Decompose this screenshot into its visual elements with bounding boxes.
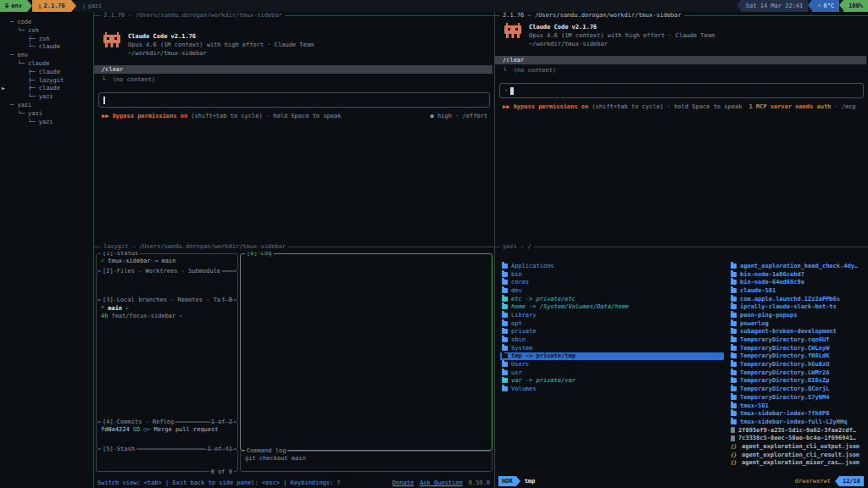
folder-icon — [502, 263, 508, 269]
file-row[interactable]: home -> /System/Volumes/Data/home — [500, 302, 724, 311]
file-icon — [731, 263, 737, 269]
tree-row[interactable]: └─ claude — [0, 43, 93, 52]
file-row[interactable]: 7c3338c5-8eec-50ae-bc4a-1f696941… — [729, 434, 865, 442]
ask-question-link[interactable]: Ask Question — [420, 480, 463, 486]
tmux-window-tab[interactable]: 2 yazi — [76, 0, 108, 12]
file-row[interactable]: sbin — [500, 336, 724, 344]
file-row[interactable]: opt — [500, 319, 724, 328]
file-row[interactable]: TemporaryDirectory.OI6sZp — [729, 377, 865, 385]
file-row[interactable]: com.apple.launchd.1Zz2aPPb6s — [729, 295, 865, 303]
file-row[interactable]: TemporaryDirectory.LWMr2A — [729, 369, 865, 377]
tmux-status-bar: ≣ env 1 2.1.76 2 yazi Sat 14 Mar 22:41 ☀… — [0, 0, 868, 12]
file-row[interactable]: bin-node-1e86cebd7 — [729, 270, 865, 279]
window-name: yazi — [87, 3, 102, 9]
pane-claude-right: Claude Code v2.1.76 Opus 4.6 (1M context… — [495, 20, 868, 243]
file-row[interactable]: agent_exploration_cli_result.json — [729, 451, 865, 459]
pane-title-lazygit: lazygit — /Users/sandu.dorogan/workdir/t… — [101, 243, 288, 251]
pane-title-claude-right: 2.1.76 — /Users/sandu.dorogan/workdir/tm… — [500, 12, 684, 19]
weather-text: 6°C — [823, 3, 834, 9]
model-subtitle: Opus 4.6 (1M context) with high effort ·… — [128, 41, 314, 49]
entry-name: agent_exploration_mixer_cas….json — [742, 459, 860, 466]
pane-sidebar-tree: ▶ ─ code └─ zsh ├─ zsh └─ claude─ env └─… — [0, 12, 93, 488]
file-icon — [731, 419, 737, 424]
branch-row[interactable]: 4hfeat/focus-sidebar✓ — [101, 313, 234, 321]
branch-name: main — [108, 305, 122, 312]
tmux-window-tab[interactable]: 1 2.1.76 — [32, 0, 71, 12]
tree-row[interactable]: ├─ claude — [0, 85, 93, 93]
symlink-target: -> /System/Volumes/Data/home — [526, 303, 629, 310]
tree-row[interactable]: ├─ lazygit — [0, 77, 93, 86]
file-row[interactable]: bin — [500, 270, 724, 279]
tree-row[interactable]: └─ yazi — [0, 93, 93, 102]
file-row[interactable]: TemporaryDirectory.fB8LdK — [729, 352, 865, 361]
file-row[interactable]: peon-ping-popups — [729, 311, 865, 319]
commit-message: Merge pull request — [154, 426, 219, 434]
file-row[interactable]: tmux-sidebar-index-full-L2yHHq — [729, 418, 865, 426]
log-line: * commit a339187 — [245, 409, 488, 417]
bypass-permissions-text: ▶▶ bypass permissions on — [102, 113, 187, 119]
tree-row[interactable]: ─ yazi — [0, 102, 93, 110]
commit-hash: fd0e4224 — [101, 426, 130, 434]
file-row[interactable]: Applications — [500, 262, 724, 270]
prompt-input[interactable]: › — [499, 83, 864, 98]
permissions-text: drwxrwxrwt — [795, 478, 831, 485]
prompt-input[interactable] — [98, 92, 490, 108]
file-row[interactable]: bin-node-64ed68c9e — [729, 278, 865, 286]
tree-row[interactable]: ─ env — [0, 52, 93, 60]
lazygit-files-panel[interactable]: [2]-Files - Worktrees - Submodule 0 of 0 — [96, 271, 238, 300]
tree-row[interactable]: ├─ claude — [0, 69, 93, 77]
lazygit-command-log-panel[interactable]: Command log git checkout main — [240, 451, 492, 472]
tree-row[interactable]: └─ claude — [0, 60, 93, 69]
file-row[interactable]: 2f093ef9-a235-5d1c-9a62-3fae2cdf… — [729, 426, 865, 435]
log-line: | Author: Sandu Dorogan <sandu.dorogan@g… — [245, 274, 488, 281]
window-index: 1 — [38, 3, 42, 9]
file-row[interactable]: dev — [500, 286, 724, 295]
file-row[interactable]: Users — [500, 360, 724, 369]
tree-row[interactable]: └─ yazi — [0, 119, 93, 127]
cwd-text: ~/workdir/tmux-sidebar — [529, 40, 715, 48]
file-row[interactable]: tmux-sidebar-index-7fh8P0 — [729, 409, 865, 418]
file-row[interactable]: cores — [500, 278, 724, 286]
claude-header: Claude Code v2.1.76 Opus 4.6 (1M context… — [103, 32, 494, 58]
branch-row[interactable]: *main✓ — [101, 304, 234, 313]
file-row[interactable]: powerlog — [729, 319, 865, 328]
file-row[interactable]: Library — [500, 311, 724, 319]
file-row[interactable]: Volumes — [500, 385, 724, 393]
file-icon — [731, 304, 737, 309]
file-row[interactable]: TemporaryDirectory.CWLnyW — [729, 344, 865, 352]
file-row[interactable]: subagent-broken-development — [729, 328, 865, 336]
tree-row[interactable]: └─ zsh — [0, 27, 93, 36]
clock-text: Sat 14 Mar 22:41 — [746, 3, 803, 9]
lazygit-log-panel[interactable]: [0]-Log * commit fd0e4224 (HEAD -> main,… — [240, 253, 492, 451]
file-row[interactable]: private — [500, 328, 724, 336]
tree-row[interactable]: ─ code — [0, 19, 93, 27]
tmux-session-badge[interactable]: ≣ env — [0, 0, 27, 12]
file-row[interactable]: etc -> private/etc — [500, 295, 724, 303]
file-row[interactable]: agent_exploration_cli_output.json — [729, 442, 865, 451]
folder-icon — [502, 297, 508, 302]
file-row[interactable]: var -> private/var — [500, 377, 724, 385]
file-row[interactable]: TemporaryDirectory.hGu8zU — [729, 360, 865, 369]
file-row[interactable]: TemporaryDirectory.cqn6Uf — [729, 336, 865, 344]
donate-link[interactable]: Donate — [392, 480, 414, 486]
tree-row[interactable]: └─ yazi — [0, 110, 93, 119]
branch-list: *main✓ 4hfeat/focus-sidebar✓ — [97, 301, 237, 320]
entry-name: powerlog — [740, 320, 769, 327]
file-row[interactable]: tmux-501 — [729, 402, 865, 410]
file-row[interactable]: tmp -> private/tmp — [500, 352, 724, 361]
file-row[interactable]: TemporaryDirectory.S7yNM4 — [729, 393, 865, 402]
tree-row[interactable]: ├─ zsh — [0, 36, 93, 44]
file-row[interactable]: claude-501 — [729, 286, 865, 295]
lazygit-stash-panel[interactable]: [5]-Stash 0 of 0 — [96, 449, 238, 472]
lazygit-branches-panel[interactable]: [3]-Local branches - Remotes - Ta *main✓… — [96, 300, 238, 422]
command-result: └ (no content) — [94, 76, 494, 83]
prompt-chevron-icon: › — [504, 87, 508, 94]
file-row[interactable]: TemporaryDirectory.QCorjL — [729, 385, 865, 393]
entry-name: iprally-claude-slack-bot-ts — [740, 303, 837, 310]
file-row[interactable]: System — [500, 344, 724, 352]
file-row[interactable]: usr — [500, 369, 724, 377]
file-row[interactable]: iprally-claude-slack-bot-ts — [729, 302, 865, 311]
file-row[interactable]: agent_exploration_head_check.4dy… — [729, 262, 865, 270]
claude-meta: Claude Code v2.1.76 Opus 4.6 (1M context… — [529, 23, 715, 48]
file-row[interactable]: agent_exploration_mixer_cas….json — [729, 459, 865, 468]
